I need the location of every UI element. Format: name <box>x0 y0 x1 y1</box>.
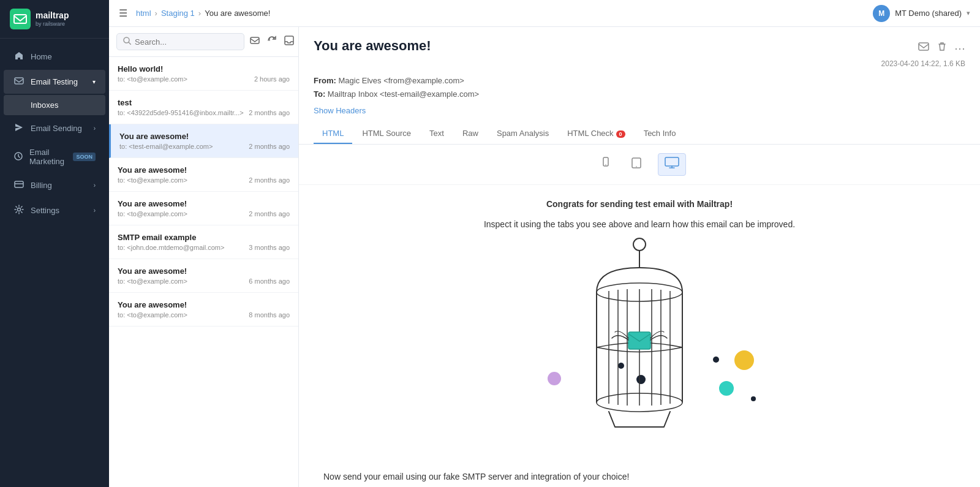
dot-purple <box>548 372 561 385</box>
email-item-to: to: <43922d5de9-951416@inbox.mailtr...> <box>118 109 244 116</box>
sidebar-item-settings[interactable]: Settings › <box>4 198 105 222</box>
email-item-subject: You are awesome! <box>118 165 290 175</box>
tab-spam-analysis[interactable]: Spam Analysis <box>488 124 557 144</box>
settings-icon <box>13 205 24 216</box>
soon-badge: SOON <box>73 153 96 161</box>
tab-html-source[interactable]: HTML Source <box>353 124 420 144</box>
topbar: ☰ html › Staging 1 › You are awesome! M … <box>109 0 980 27</box>
email-from-to: From: Magic Elves <from@example.com> To:… <box>314 74 965 101</box>
sidebar-item-email-marketing-label: Email Marketing <box>29 148 67 166</box>
email-item-to: to: <to@example.com> <box>118 311 244 319</box>
list-item[interactable]: You are awesome! to: <to@example.com> 8 … <box>109 293 298 327</box>
search-input-wrap[interactable] <box>116 33 244 50</box>
sidebar-item-inboxes-label: Inboxes <box>31 100 59 110</box>
compose-icon[interactable] <box>249 35 260 48</box>
sidebar-item-email-testing[interactable]: Email Testing ▾ <box>4 70 105 94</box>
dot-teal <box>719 381 734 396</box>
sidebar-item-settings-label: Settings <box>31 206 59 215</box>
sidebar-item-inboxes[interactable]: Inboxes <box>4 95 105 115</box>
desktop-view-btn[interactable] <box>658 153 686 176</box>
svg-point-16 <box>636 166 637 167</box>
list-item[interactable]: SMTP email example to: <john.doe.mtdemo@… <box>109 225 298 259</box>
forward-icon[interactable] <box>918 40 930 56</box>
email-item-to: to: <to@example.com> <box>118 75 249 83</box>
more-icon[interactable]: ⋯ <box>954 42 965 55</box>
content-area: Hello world! to: <to@example.com> 2 hour… <box>109 27 980 487</box>
email-date: 2023-04-20 14:22, 1.6 KB <box>881 59 965 68</box>
email-marketing-icon <box>13 151 23 163</box>
sidebar-item-billing[interactable]: Billing › <box>4 173 105 197</box>
email-subject: You are awesome! <box>314 38 431 54</box>
email-sending-arrow: › <box>94 125 96 132</box>
cage-svg <box>578 237 701 439</box>
list-item[interactable]: test to: <43922d5de9-951416@inbox.mailtr… <box>109 91 298 124</box>
sidebar-nav: Home Email Testing ▾ Inboxes Email Sendi… <box>0 39 109 487</box>
dot-yellow <box>734 350 754 370</box>
tab-raw[interactable]: Raw <box>454 124 487 144</box>
list-item[interactable]: Hello world! to: <to@example.com> 2 hour… <box>109 57 298 91</box>
dot-dark3 <box>713 357 719 363</box>
dot-dark4 <box>751 396 756 401</box>
svg-point-18 <box>633 238 646 251</box>
breadcrumb-current: You are awesome! <box>205 9 270 18</box>
breadcrumb: html › Staging 1 › You are awesome! <box>136 9 270 18</box>
email-item-subject: You are awesome! <box>119 132 290 141</box>
breadcrumb-staging[interactable]: Staging 1 <box>161 9 195 18</box>
breadcrumb-inboxes[interactable]: html <box>136 9 151 18</box>
delete-icon[interactable] <box>936 40 948 56</box>
email-list-panel: Hello world! to: <to@example.com> 2 hour… <box>109 27 299 487</box>
email-item-time: 2 months ago <box>249 210 290 217</box>
sidebar: mailtrap by railsware Home Email Testing… <box>0 0 109 487</box>
view-toggle <box>299 145 980 185</box>
list-item[interactable]: You are awesome! to: <test-email@example… <box>109 124 298 158</box>
settings-arrow: › <box>94 207 96 214</box>
search-icon <box>123 37 131 47</box>
svg-rect-17 <box>665 157 679 166</box>
svg-rect-4 <box>15 181 23 187</box>
email-item-time: 2 months ago <box>249 109 290 116</box>
tab-tech-info[interactable]: Tech Info <box>635 124 685 144</box>
list-item[interactable]: You are awesome! to: <to@example.com> 6 … <box>109 259 298 293</box>
user-chevron[interactable]: ▾ <box>967 9 970 17</box>
logo-sub: by railsware <box>36 21 69 27</box>
svg-point-6 <box>18 208 21 211</box>
logo: mailtrap by railsware <box>0 0 109 39</box>
sidebar-item-email-marketing[interactable]: Email Marketing SOON <box>4 142 105 172</box>
svg-rect-0 <box>10 9 31 29</box>
email-testing-icon <box>13 76 24 88</box>
tab-text[interactable]: Text <box>421 124 453 144</box>
user-label: MT Demo (shared) <box>895 9 962 18</box>
billing-icon <box>13 179 24 191</box>
email-from: From: Magic Elves <from@example.com> <box>314 74 965 88</box>
main-area: ☰ html › Staging 1 › You are awesome! M … <box>109 0 980 487</box>
search-bar <box>109 27 298 57</box>
menu-icon[interactable]: ☰ <box>119 7 127 19</box>
email-list: Hello world! to: <to@example.com> 2 hour… <box>109 57 298 487</box>
tab-html[interactable]: HTML <box>314 124 352 144</box>
mailtrap-logo-icon <box>10 9 31 29</box>
sidebar-item-billing-label: Billing <box>31 181 52 190</box>
email-item-subject: Hello world! <box>118 64 290 74</box>
tablet-view-btn[interactable] <box>625 153 652 176</box>
sidebar-item-home[interactable]: Home <box>4 45 105 69</box>
email-testing-arrow: ▾ <box>92 78 96 85</box>
mobile-view-btn[interactable] <box>593 153 619 176</box>
email-item-subject: You are awesome! <box>118 266 290 276</box>
list-item[interactable]: You are awesome! to: <to@example.com> 2 … <box>109 192 298 225</box>
billing-arrow: › <box>94 182 96 189</box>
sidebar-item-email-sending[interactable]: Email Sending › <box>4 116 105 140</box>
tab-html-check[interactable]: HTML Check0 <box>559 124 633 144</box>
inbox-icon[interactable] <box>284 35 295 48</box>
breadcrumb-sep1: › <box>155 9 157 18</box>
refresh-icon[interactable] <box>266 35 277 48</box>
email-item-to: to: <john.doe.mtdemo@gmail.com> <box>118 244 244 251</box>
show-headers-link[interactable]: Show Headers <box>314 106 366 115</box>
svg-rect-2 <box>15 78 23 84</box>
email-item-time: 2 months ago <box>249 176 290 184</box>
list-item[interactable]: You are awesome! to: <to@example.com> 2 … <box>109 158 298 192</box>
email-item-time: 3 months ago <box>249 244 290 251</box>
email-item-to: to: <to@example.com> <box>118 210 244 217</box>
svg-line-8 <box>129 42 131 45</box>
home-icon <box>13 51 24 62</box>
search-input[interactable] <box>135 37 238 47</box>
